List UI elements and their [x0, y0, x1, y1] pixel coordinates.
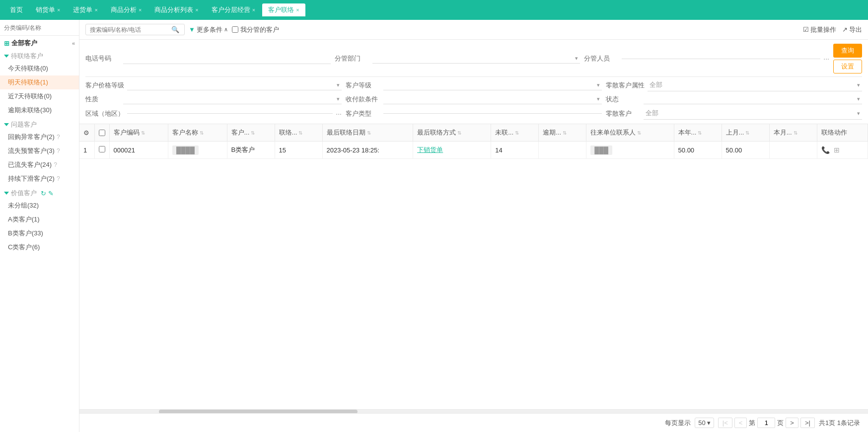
col-not-contacted[interactable]: 未联... ⇅ — [491, 124, 539, 142]
nav-tab-4[interactable]: 客户分层经营 × — [206, 3, 261, 16]
dept-select[interactable]: ▾ — [372, 54, 580, 64]
last-page-button[interactable]: >| — [800, 418, 815, 428]
nav-tab-5[interactable]: 客户联络 × — [262, 3, 305, 16]
collapse-all-icon[interactable]: « — [72, 40, 75, 46]
sidebar-search-input[interactable] — [4, 24, 78, 31]
value-grade-select[interactable]: ▾ — [127, 80, 342, 90]
my-customers-checkbox[interactable] — [232, 26, 238, 33]
more-filter-button[interactable]: ▼ 更多条件 ∧ — [189, 25, 228, 34]
sort-icon-this-month[interactable]: ⇅ — [794, 130, 797, 136]
query-button[interactable]: 查询 — [833, 44, 862, 58]
close-tab-2[interactable]: × — [139, 7, 142, 13]
col-name[interactable]: 客户名称 ⇅ — [168, 124, 227, 142]
payment-select[interactable]: ▾ — [383, 94, 602, 104]
filter-customer-type: 客户类型 — [346, 109, 602, 118]
nav-tab-3[interactable]: 商品分析列表 × — [148, 3, 204, 16]
customer-grade-select[interactable]: ▾ — [383, 80, 602, 90]
col-type[interactable]: 客户... ⇅ — [227, 124, 275, 142]
filter-region: 区域（地区） ··· — [85, 109, 342, 118]
select-all-checkbox[interactable] — [99, 130, 105, 136]
filter-icon: ▼ — [189, 26, 195, 33]
export-button[interactable]: ↗ 导出 — [842, 25, 862, 34]
col-this-year[interactable]: 本年... ⇅ — [674, 124, 722, 142]
sidebar-item-churned[interactable]: 已流失客户(24) ? — [0, 158, 79, 172]
close-tab-0[interactable]: × — [57, 7, 60, 13]
chevron-down-icon-page: ▾ — [707, 419, 711, 427]
phone-action-icon[interactable]: 📞 — [821, 146, 830, 154]
nav-home[interactable]: 首页 — [4, 3, 29, 16]
pending-expand-icon[interactable] — [4, 55, 9, 58]
search-input[interactable] — [90, 26, 169, 33]
value-refresh-icon[interactable]: ↻ — [41, 190, 46, 197]
region-more-icon[interactable]: ··· — [336, 110, 342, 118]
row-checkbox[interactable] — [99, 146, 105, 152]
info-icon-2: ? — [54, 161, 57, 168]
my-customers-checkbox-label[interactable]: 我分管的客户 — [232, 25, 279, 34]
checkbox-icon: ☑ — [803, 26, 809, 33]
sort-icon-year[interactable]: ⇅ — [698, 130, 702, 136]
sidebar-item-a-class[interactable]: A类客户(1) — [0, 213, 79, 226]
sidebar-item-today[interactable]: 今天待联络(0) — [0, 62, 79, 75]
sidebar-item-overdue[interactable]: 逾期未联络(30) — [0, 103, 79, 117]
setting-button[interactable]: 设置 — [833, 60, 862, 73]
sort-icon-name[interactable]: ⇅ — [200, 130, 204, 136]
col-code[interactable]: 客户编码 ⇅ — [109, 124, 168, 142]
retail-customer-select[interactable]: 全部 ▾ — [644, 107, 862, 120]
sort-icon-overdue[interactable]: ⇅ — [563, 130, 567, 136]
person-more-icon[interactable]: ··· — [823, 55, 829, 63]
sidebar-item-declining[interactable]: 持续下滑客户(2) ? — [0, 172, 79, 186]
problem-expand-icon[interactable] — [4, 123, 9, 126]
close-tab-3[interactable]: × — [195, 7, 198, 13]
gender-select[interactable]: ▾ — [123, 94, 342, 104]
nav-tab-2[interactable]: 商品分析 × — [105, 3, 147, 16]
grid-action-icon[interactable]: ⊞ — [834, 146, 840, 154]
col-checkbox[interactable] — [94, 124, 109, 142]
sort-icon-contact[interactable]: ⇅ — [298, 130, 302, 136]
value-expand-icon[interactable] — [4, 192, 9, 195]
close-tab-4[interactable]: × — [252, 7, 255, 13]
sidebar-item-abnormal[interactable]: 回购异常客户(2) ? — [0, 130, 79, 144]
col-this-month[interactable]: 本月... ⇅ — [769, 124, 817, 142]
value-edit-icon[interactable]: ✎ — [48, 190, 54, 197]
search-icon[interactable]: 🔍 — [171, 26, 179, 33]
filter-actions: 查询 设置 — [833, 44, 862, 73]
phone-input[interactable] — [123, 53, 331, 64]
table-wrapper: ⚙ 客户编码 ⇅ 客户名称 — [79, 124, 868, 409]
col-last-date[interactable]: 最后联络日期 ⇅ — [322, 124, 413, 142]
sidebar-item-ungroup[interactable]: 未分组(32) — [0, 199, 79, 213]
cell-last-method[interactable]: 下销货单 — [413, 142, 491, 159]
next-page-button[interactable]: > — [786, 418, 798, 428]
sort-icon-last-date[interactable]: ⇅ — [367, 130, 371, 136]
sort-icon-last-method[interactable]: ⇅ — [457, 130, 461, 136]
sort-icon-type[interactable]: ⇅ — [251, 130, 255, 136]
settings-icon[interactable]: ⚙ — [83, 129, 89, 137]
page-number-input[interactable] — [757, 418, 775, 428]
close-tab-5[interactable]: × — [296, 7, 299, 13]
status-select[interactable]: ▾ — [644, 94, 862, 104]
batch-op-button[interactable]: ☑ 批量操作 — [803, 25, 836, 34]
sidebar-item-churn-warning[interactable]: 流失预警客户(3) ? — [0, 144, 79, 158]
close-tab-1[interactable]: × — [94, 7, 97, 13]
cell-name[interactable]: ████ — [168, 142, 227, 159]
col-unit-contact[interactable]: 往来单位联系人 ⇅ — [586, 124, 674, 142]
col-last-method[interactable]: 最后联络方式 ⇅ — [413, 124, 491, 142]
sidebar-item-c-class[interactable]: C类客户(6) — [0, 240, 79, 254]
sort-icon-not-contacted[interactable]: ⇅ — [515, 130, 519, 136]
sidebar-item-tomorrow[interactable]: 明天待联络(1) — [0, 75, 79, 89]
retail-attr-select[interactable]: 全部 ▾ — [648, 79, 862, 91]
col-last-month[interactable]: 上月... ⇅ — [722, 124, 769, 142]
sort-icon-code[interactable]: ⇅ — [141, 130, 145, 136]
first-page-button[interactable]: |< — [718, 418, 732, 428]
col-overdue[interactable]: 逾期... ⇅ — [539, 124, 586, 142]
sort-icon-unit[interactable]: ⇅ — [637, 130, 641, 136]
sort-icon-last-month[interactable]: ⇅ — [745, 130, 749, 136]
nav-tab-1[interactable]: 进货单 × — [67, 3, 103, 16]
prev-page-button[interactable]: < — [734, 418, 747, 428]
sidebar-item-7days[interactable]: 近7天待联络(0) — [0, 89, 79, 103]
col-contact-count[interactable]: 联络... ⇅ — [275, 124, 322, 142]
col-settings[interactable]: ⚙ — [79, 124, 94, 142]
cell-checkbox[interactable] — [94, 142, 109, 159]
page-size-select[interactable]: 50 ▾ — [695, 418, 714, 428]
sidebar-item-b-class[interactable]: B类客户(33) — [0, 226, 79, 240]
nav-tab-0[interactable]: 销货单 × — [30, 3, 66, 16]
